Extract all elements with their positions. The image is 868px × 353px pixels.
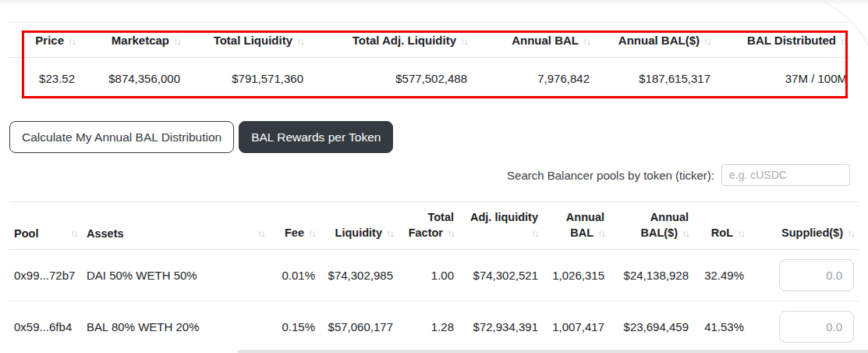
sort-icon: ↑↓ bbox=[682, 226, 689, 241]
pools-col-header-annual-bal[interactable]: Annual BAL↑↓ bbox=[543, 202, 609, 250]
summary-col-label: Total Adj. Liquidity bbox=[353, 34, 456, 47]
pools-header-row: Pool↑↓ Assets↑↓ Fee↑↓ Liquidity↑↓ Total … bbox=[9, 202, 859, 250]
pool-annual-bal-usd: $24,138,928 bbox=[609, 250, 693, 301]
sort-icon: ↑↓ bbox=[70, 226, 77, 241]
summary-col-header-total-adj-liquidity[interactable]: Total Adj. Liquidity↑↓ bbox=[306, 23, 470, 58]
pool-supplied-cell bbox=[749, 301, 859, 353]
sort-icon: ↑↓ bbox=[847, 226, 854, 241]
sort-icon: ↑↓ bbox=[386, 226, 393, 241]
sort-icon: ↑↓ bbox=[597, 226, 604, 241]
sort-icon: ↑↓ bbox=[257, 226, 264, 241]
pools-col-label: Pool bbox=[14, 226, 38, 241]
summary-bal-distributed-value: 37M / 100M bbox=[714, 58, 850, 99]
sort-icon: ↑↓ bbox=[447, 226, 454, 241]
summary-col-header-bal-distributed[interactable]: BAL Distributed↑↓ bbox=[714, 23, 850, 58]
summary-col-header-annual-bal-usd[interactable]: Annual BAL($)↑↓ bbox=[593, 23, 714, 58]
summary-header-row: Price↑↓ Marketcap↑↓ Total Liquidity↑↓ To… bbox=[9, 23, 850, 58]
pool-annual-bal: 1,007,417 bbox=[543, 301, 609, 353]
summary-col-header-marketcap[interactable]: Marketcap↑↓ bbox=[78, 23, 183, 58]
supplied-amount-input[interactable] bbox=[779, 259, 854, 291]
pool-rol: 41.53% bbox=[693, 301, 749, 353]
pools-col-label: RoL bbox=[711, 226, 733, 239]
summary-table: Price↑↓ Marketcap↑↓ Total Liquidity↑↓ To… bbox=[9, 22, 850, 98]
summary-col-label: Annual BAL bbox=[512, 34, 579, 47]
top-divider bbox=[0, 0, 868, 4]
pools-col-header-rol[interactable]: RoL↑↓ bbox=[693, 202, 749, 250]
sort-icon: ↑↓ bbox=[703, 35, 710, 47]
pool-annual-bal: 1,026,315 bbox=[543, 250, 609, 301]
summary-col-header-total-liquidity[interactable]: Total Liquidity↑↓ bbox=[183, 23, 306, 58]
pool-total-factor: 1.28 bbox=[398, 301, 459, 353]
pool-fee: 0.01% bbox=[269, 250, 320, 301]
summary-total-adj-liquidity-value: $577,502,488 bbox=[306, 58, 470, 99]
sort-icon: ↑↓ bbox=[296, 35, 303, 47]
pool-adj-liquidity: $74,302,521 bbox=[459, 250, 543, 301]
calculate-distribution-button[interactable]: Calculate My Annual BAL Distribution bbox=[9, 121, 234, 153]
sort-icon: ↑↓ bbox=[531, 226, 538, 241]
horizontal-scrollbar[interactable] bbox=[238, 350, 868, 353]
summary-price-value: $23.52 bbox=[9, 58, 78, 99]
search-label: Search Balancer pools by token (ticker): bbox=[507, 169, 714, 182]
summary-annual-bal-usd-value: $187,615,317 bbox=[593, 58, 714, 99]
summary-total-liquidity-value: $791,571,360 bbox=[183, 58, 306, 99]
summary-col-label: Total Liquidity bbox=[214, 34, 292, 47]
sort-icon: ↑↓ bbox=[737, 226, 744, 241]
sort-icon: ↑↓ bbox=[68, 35, 75, 47]
toolbar: Calculate My Annual BAL Distribution BAL… bbox=[9, 121, 393, 153]
sort-icon: ↑↓ bbox=[840, 35, 847, 47]
pools-col-header-assets[interactable]: Assets↑↓ bbox=[82, 202, 269, 250]
pool-liquidity: $74,302,985 bbox=[320, 250, 398, 301]
search-row: Search Balancer pools by token (ticker): bbox=[0, 164, 850, 186]
pool-adj-liquidity: $72,934,391 bbox=[459, 301, 543, 353]
pool-supplied-cell bbox=[749, 250, 859, 301]
pool-total-factor: 1.00 bbox=[398, 250, 459, 301]
summary-col-label: BAL Distributed bbox=[747, 34, 836, 47]
sort-icon: ↑↓ bbox=[583, 35, 590, 47]
pool-rol: 32.49% bbox=[693, 250, 749, 301]
pools-col-header-fee[interactable]: Fee↑↓ bbox=[269, 202, 320, 250]
pools-col-label: Assets bbox=[87, 226, 124, 241]
pools-table: Pool↑↓ Assets↑↓ Fee↑↓ Liquidity↑↓ Total … bbox=[9, 201, 859, 352]
pools-col-header-supplied[interactable]: Supplied($)↑↓ bbox=[749, 202, 859, 250]
summary-col-label: Annual BAL($) bbox=[618, 34, 700, 47]
pools-col-label: Supplied($) bbox=[781, 226, 843, 239]
pools-col-label: Adj. liquidity bbox=[470, 211, 538, 223]
pools-col-header-pool[interactable]: Pool↑↓ bbox=[9, 202, 82, 250]
table-row: 0x99...72b7 DAI 50% WETH 50% 0.01% $74,3… bbox=[9, 250, 859, 301]
sort-icon: ↑↓ bbox=[460, 35, 467, 47]
supplied-amount-input[interactable] bbox=[779, 311, 854, 343]
pool-fee: 0.15% bbox=[269, 301, 320, 353]
table-row: 0x59...6fb4 BAL 80% WETH 20% 0.15% $57,0… bbox=[9, 301, 859, 353]
summary-marketcap-value: $874,356,000 bbox=[78, 58, 183, 99]
summary-col-label: Marketcap bbox=[112, 34, 169, 47]
balancer-pools-page: Price↑↓ Marketcap↑↓ Total Liquidity↑↓ To… bbox=[0, 0, 868, 353]
summary-col-header-annual-bal[interactable]: Annual BAL↑↓ bbox=[470, 23, 593, 58]
search-input[interactable] bbox=[721, 164, 850, 186]
summary-col-label: Price bbox=[35, 34, 64, 47]
pool-assets: DAI 50% WETH 50% bbox=[82, 250, 269, 301]
pool-id: 0x99...72b7 bbox=[9, 250, 82, 301]
sort-icon: ↑↓ bbox=[308, 226, 315, 241]
pool-assets: BAL 80% WETH 20% bbox=[82, 301, 269, 353]
pools-col-label: Liquidity bbox=[335, 226, 382, 239]
pools-col-header-total-factor[interactable]: Total Factor↑↓ bbox=[398, 202, 459, 250]
pools-col-header-adj-liquidity[interactable]: Adj. liquidity↑↓ bbox=[459, 202, 543, 250]
pool-annual-bal-usd: $23,694,459 bbox=[609, 301, 693, 353]
sort-icon: ↑↓ bbox=[173, 35, 180, 47]
pool-liquidity: $57,060,177 bbox=[320, 301, 398, 353]
summary-annual-bal-value: 7,976,842 bbox=[470, 58, 593, 99]
pools-col-header-liquidity[interactable]: Liquidity↑↓ bbox=[320, 202, 398, 250]
pools-col-label: Fee bbox=[285, 226, 304, 239]
summary-col-header-price[interactable]: Price↑↓ bbox=[9, 23, 78, 58]
bal-rewards-per-token-button[interactable]: BAL Rewards per Token bbox=[239, 121, 393, 153]
pools-col-header-annual-bal-usd[interactable]: Annual BAL($)↑↓ bbox=[609, 202, 693, 250]
pool-id: 0x59...6fb4 bbox=[9, 301, 82, 353]
summary-values-row: $23.52 $874,356,000 $791,571,360 $577,50… bbox=[9, 58, 850, 99]
